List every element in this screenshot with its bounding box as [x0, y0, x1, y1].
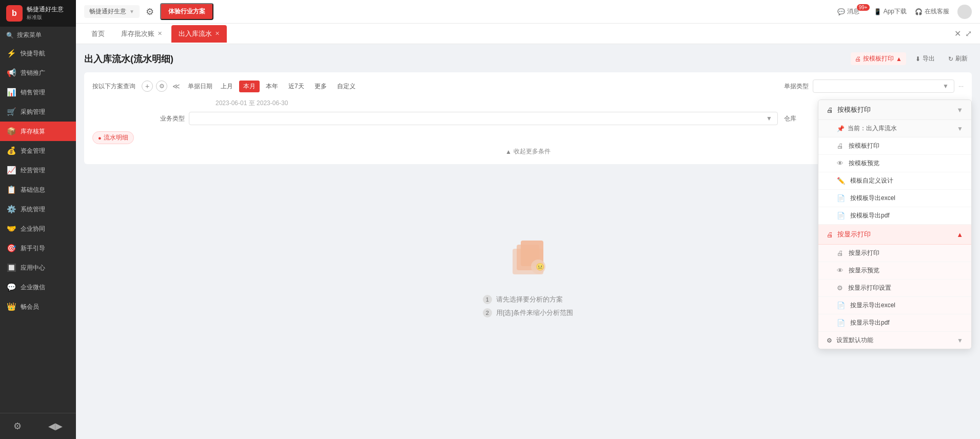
sidebar-settings-btn[interactable]: ⚙	[10, 417, 25, 435]
export-btn[interactable]: ⬇ 导出	[911, 52, 939, 65]
svg-text:😐: 😐	[536, 263, 545, 271]
tab-flow[interactable]: 出入库流水 ✕	[171, 25, 227, 43]
filter-settings-btn[interactable]: ⚙	[156, 81, 167, 92]
template-preview-label: 按模板预览	[849, 159, 879, 168]
tip-num-1: 1	[483, 295, 492, 304]
print-display-pdf-btn[interactable]: 📄 按显示导出pdf	[818, 314, 971, 332]
tab-flow-close[interactable]: ✕	[215, 30, 220, 37]
print-template-excel-btn[interactable]: 📄 按模板导出excel	[818, 190, 971, 207]
trial-btn[interactable]: 体验行业方案	[160, 3, 213, 20]
sidebar-item-quick-nav[interactable]: ⚡ 快捷导航	[0, 44, 76, 63]
date-btn-7days[interactable]: 近7天	[284, 81, 308, 92]
doctype-more-icon[interactable]: ···	[958, 83, 964, 90]
sidebar-item-member[interactable]: 👑 畅会员	[0, 297, 76, 316]
app-download-label: App下载	[884, 7, 907, 16]
print-chevron-up-icon: ▲	[896, 55, 902, 63]
refresh-icon: ↻	[948, 55, 953, 63]
sidebar-item-basic[interactable]: 📋 基础信息	[0, 180, 76, 199]
print-dropdown-btn[interactable]: 🖨 按模板打印 ▲	[851, 52, 906, 65]
sidebar-collapse-btn[interactable]: ◀▶	[45, 417, 66, 435]
app-download-btn[interactable]: 📱 App下载	[874, 7, 907, 16]
date-btn-custom[interactable]: 自定义	[333, 81, 360, 92]
sidebar-item-apps[interactable]: 🔲 应用中心	[0, 258, 76, 277]
print-template-pdf-btn[interactable]: 📄 按模板导出pdf	[818, 207, 971, 225]
current-template-label: 当前：出入库流水	[848, 124, 897, 133]
print-template-section-label: 按模板打印	[837, 105, 871, 114]
export-label: 导出	[923, 54, 935, 63]
tip-num-2: 2	[483, 308, 492, 317]
sidebar-item-operations[interactable]: 📈 经营管理	[0, 161, 76, 180]
print-display-preview-btn[interactable]: 👁 按显示预览	[818, 262, 971, 280]
template-print-label: 按模板打印	[849, 142, 879, 150]
sidebar-item-finance[interactable]: 💰 资金管理	[0, 141, 76, 161]
template-section-chevron: ▼	[956, 106, 963, 114]
tab-batch[interactable]: 库存批次账 ✕	[114, 25, 169, 43]
sidebar-item-inventory[interactable]: 📦 库存核算	[0, 122, 76, 141]
service-icon: 🎧	[915, 8, 923, 15]
print-default-settings[interactable]: ⚙ 设置默认功能 ▼	[818, 332, 971, 349]
date-btn-last-month[interactable]: 上月	[217, 81, 237, 92]
settings-default-icon: ⚙	[827, 337, 832, 344]
tab-home[interactable]: 首页	[84, 25, 112, 43]
online-service-btn[interactable]: 🎧 在线客服	[915, 7, 949, 16]
date-btn-this-month[interactable]: 本月	[239, 81, 260, 92]
sidebar-item-label: 企业协同	[21, 225, 45, 233]
print-template-preview-btn[interactable]: 👁 按模板预览	[818, 155, 971, 172]
display-print-label: 按显示打印	[849, 249, 879, 257]
print-template-print-btn[interactable]: 🖨 按模板打印	[818, 137, 971, 155]
topbar-settings-btn[interactable]: ⚙	[146, 6, 154, 17]
refresh-btn[interactable]: ↻ 刷新	[944, 52, 972, 65]
collapse-btn[interactable]: ▲ 收起更多条件	[505, 147, 551, 156]
print-template-section-header[interactable]: 🖨 按模板打印 ▼	[818, 100, 971, 120]
tabs-expand-btn[interactable]: ⤢	[965, 29, 972, 38]
sales-icon: 📊	[6, 88, 16, 97]
sidebar-item-system[interactable]: ⚙️ 系统管理	[0, 199, 76, 219]
sidebar-item-wechat[interactable]: 💬 企业微信	[0, 277, 76, 297]
sidebar-item-enterprise[interactable]: 🤝 企业协同	[0, 219, 76, 238]
print-display-print-btn[interactable]: 🖨 按显示打印	[818, 245, 971, 262]
sidebar-item-purchase[interactable]: 🛒 采购管理	[0, 102, 76, 122]
sidebar-item-guide[interactable]: 🎯 新手引导	[0, 238, 76, 258]
print-current-template[interactable]: 📌 当前：出入库流水 ▼	[818, 120, 971, 137]
filter-label: 按以下方案查询	[92, 82, 135, 91]
print-template-design-btn[interactable]: ✏️ 模板自定义设计	[818, 172, 971, 190]
app-version: 标准版	[27, 14, 64, 21]
chevron-up-icon: ▲	[505, 148, 512, 155]
display-settings-icon: ⚙	[837, 284, 843, 292]
tab-batch-close[interactable]: ✕	[158, 30, 162, 37]
template-pdf-icon: 📄	[837, 212, 845, 220]
tip-text-1: 请先选择要分析的方案	[496, 295, 563, 304]
print-display-excel-btn[interactable]: 📄 按显示导出excel	[818, 297, 971, 314]
enterprise-icon: 🤝	[6, 224, 16, 233]
display-excel-icon: 📄	[837, 302, 845, 309]
message-btn[interactable]: 💬 消息 99+	[837, 7, 866, 16]
display-print-icon: 🖨	[837, 249, 844, 257]
user-avatar[interactable]	[957, 5, 972, 19]
guide-icon: 🎯	[6, 244, 16, 253]
filter-chip[interactable]: ● 流水明细	[92, 131, 134, 144]
sidebar-item-label: 基础信息	[21, 186, 45, 194]
tabs-close-all-btn[interactable]: ✕	[954, 29, 961, 38]
filter-biztype-field: 业务类型 ▼	[160, 112, 778, 125]
date-btn-more[interactable]: 更多	[310, 81, 331, 92]
doctype-label: 单据类型	[784, 82, 809, 91]
search-icon: 🔍	[6, 32, 14, 39]
logo-icon: b	[6, 5, 23, 22]
filter-add-btn[interactable]: +	[142, 81, 153, 92]
date-btn-this-year[interactable]: 本年	[262, 81, 282, 92]
template-pdf-label: 按模板导出pdf	[850, 211, 890, 220]
sidebar-item-sales[interactable]: 📊 销售管理	[0, 83, 76, 102]
display-settings-label: 按显示打印设置	[848, 284, 891, 292]
print-display-settings-btn[interactable]: ⚙ 按显示打印设置	[818, 280, 971, 297]
doctype-select[interactable]: ▼	[813, 79, 954, 93]
sidebar-item-label: 系统管理	[21, 205, 45, 214]
topbar: 畅捷通好生意 ▼ ⚙ 体验行业方案 💬 消息 99+ 📱 App下载 🎧 在线客…	[76, 0, 980, 24]
filter-collapse-btn[interactable]: ≪	[170, 81, 182, 92]
topbar-user[interactable]: 畅捷通好生意 ▼	[84, 5, 140, 18]
biztype-select[interactable]: ▼	[189, 112, 778, 125]
collapse-label: 收起更多条件	[514, 147, 551, 156]
sidebar-item-label: 采购管理	[21, 108, 45, 116]
sidebar-search[interactable]: 🔍 搜索菜单	[0, 27, 76, 44]
sidebar-item-marketing[interactable]: 📢 营销推广	[0, 63, 76, 83]
print-display-section-header[interactable]: 🖨 按显示打印 ▲	[818, 225, 971, 245]
